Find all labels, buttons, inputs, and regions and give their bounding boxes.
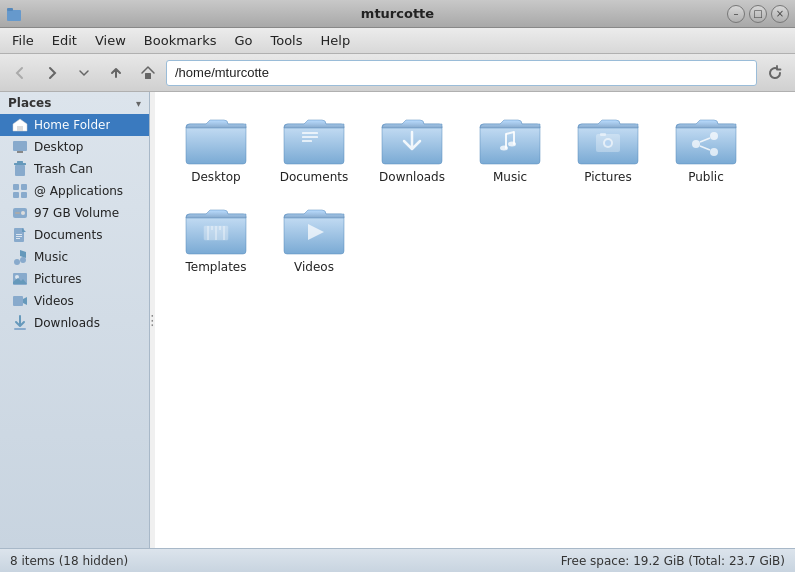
svg-rect-5 bbox=[17, 151, 23, 153]
svg-rect-28 bbox=[302, 132, 318, 134]
svg-point-21 bbox=[20, 257, 26, 263]
sidebar-item-documents[interactable]: Documents bbox=[0, 224, 149, 246]
sidebar-item-downloads[interactable]: Downloads bbox=[0, 312, 149, 334]
status-right: Free space: 19.2 GiB (Total: 23.7 GiB) bbox=[561, 554, 785, 568]
svg-rect-3 bbox=[17, 126, 23, 131]
file-documents[interactable]: Documents bbox=[269, 108, 359, 190]
home-folder-label: Home Folder bbox=[34, 118, 110, 132]
back-button[interactable] bbox=[6, 59, 34, 87]
sidebar-item-desktop[interactable]: Desktop bbox=[0, 136, 149, 158]
menu-help[interactable]: Help bbox=[313, 31, 359, 50]
svg-point-38 bbox=[605, 140, 611, 146]
sidebar-item-pictures[interactable]: Pictures bbox=[0, 268, 149, 290]
forward-button[interactable] bbox=[38, 59, 66, 87]
status-left: 8 items (18 hidden) bbox=[10, 554, 128, 568]
file-pictures-label: Pictures bbox=[584, 170, 632, 184]
sidebar-toggle[interactable]: ▾ bbox=[136, 98, 141, 109]
pictures-icon bbox=[12, 271, 28, 287]
location-input[interactable] bbox=[166, 60, 757, 86]
desktop-icon bbox=[12, 139, 28, 155]
menu-tools[interactable]: Tools bbox=[262, 31, 310, 50]
up-button[interactable] bbox=[102, 59, 130, 87]
videos-label: Videos bbox=[34, 294, 74, 308]
folder-music-icon bbox=[478, 114, 542, 166]
menu-file[interactable]: File bbox=[4, 31, 42, 50]
reload-icon bbox=[767, 65, 783, 81]
sidebar-item-trash[interactable]: Trash Can bbox=[0, 158, 149, 180]
close-button[interactable]: × bbox=[771, 5, 789, 23]
minimize-button[interactable]: – bbox=[727, 5, 745, 23]
svg-rect-40 bbox=[676, 124, 736, 164]
svg-rect-1 bbox=[7, 8, 13, 11]
sidebar-item-home-folder[interactable]: Home Folder bbox=[0, 114, 149, 136]
sidebar-item-applications[interactable]: @ Applications bbox=[0, 180, 149, 202]
places-label: Places bbox=[8, 96, 51, 110]
svg-rect-17 bbox=[16, 234, 22, 235]
main-area: Places ▾ Home Folder Desktop bbox=[0, 92, 795, 548]
applications-label: @ Applications bbox=[34, 184, 123, 198]
home-icon bbox=[140, 65, 156, 81]
svg-rect-19 bbox=[16, 238, 20, 239]
menu-edit[interactable]: Edit bbox=[44, 31, 85, 50]
file-downloads[interactable]: Downloads bbox=[367, 108, 457, 190]
svg-rect-25 bbox=[14, 328, 26, 330]
svg-rect-0 bbox=[7, 10, 21, 21]
music-label: Music bbox=[34, 250, 68, 264]
music-icon bbox=[12, 249, 28, 265]
file-pictures[interactable]: Pictures bbox=[563, 108, 653, 190]
downloads-label: Downloads bbox=[34, 316, 100, 330]
file-desktop[interactable]: Desktop bbox=[171, 108, 261, 190]
svg-rect-26 bbox=[186, 124, 246, 164]
file-downloads-label: Downloads bbox=[379, 170, 445, 184]
svg-point-42 bbox=[710, 132, 718, 140]
back-icon bbox=[12, 65, 28, 81]
file-desktop-label: Desktop bbox=[191, 170, 241, 184]
file-public[interactable]: Public bbox=[661, 108, 751, 190]
file-public-label: Public bbox=[688, 170, 724, 184]
window-title: mturcotte bbox=[361, 6, 434, 21]
folder-templates-icon bbox=[184, 204, 248, 256]
sidebar-header: Places ▾ bbox=[0, 92, 149, 114]
svg-rect-12 bbox=[21, 192, 27, 198]
trash-icon bbox=[12, 161, 28, 177]
menu-go[interactable]: Go bbox=[226, 31, 260, 50]
svg-point-23 bbox=[15, 275, 19, 279]
file-videos[interactable]: Videos bbox=[269, 198, 359, 280]
svg-point-33 bbox=[500, 146, 508, 151]
trash-label: Trash Can bbox=[34, 162, 93, 176]
file-templates[interactable]: Templates bbox=[171, 198, 261, 280]
svg-rect-30 bbox=[302, 140, 312, 142]
menubar: File Edit View Bookmarks Go Tools Help bbox=[0, 28, 795, 54]
97gb-label: 97 GB Volume bbox=[34, 206, 119, 220]
folder-public-icon bbox=[674, 114, 738, 166]
reload-button[interactable] bbox=[761, 59, 789, 87]
svg-point-14 bbox=[21, 211, 25, 215]
downloads-icon bbox=[12, 315, 28, 331]
documents-icon bbox=[12, 227, 28, 243]
svg-rect-10 bbox=[21, 184, 27, 190]
svg-point-43 bbox=[710, 148, 718, 156]
sidebar-item-music[interactable]: Music bbox=[0, 246, 149, 268]
sidebar-item-97gb[interactable]: 97 GB Volume bbox=[0, 202, 149, 224]
app-icon bbox=[6, 6, 22, 22]
svg-point-34 bbox=[508, 142, 516, 147]
file-documents-label: Documents bbox=[280, 170, 348, 184]
menu-bookmarks[interactable]: Bookmarks bbox=[136, 31, 225, 50]
file-music[interactable]: Music bbox=[465, 108, 555, 190]
dropdown-button[interactable] bbox=[70, 59, 98, 87]
applications-icon bbox=[12, 183, 28, 199]
maximize-button[interactable]: □ bbox=[749, 5, 767, 23]
folder-documents-icon bbox=[282, 114, 346, 166]
pictures-label: Pictures bbox=[34, 272, 82, 286]
sidebar-item-videos[interactable]: Videos bbox=[0, 290, 149, 312]
statusbar: 8 items (18 hidden) Free space: 19.2 GiB… bbox=[0, 548, 795, 572]
svg-rect-9 bbox=[13, 184, 19, 190]
folder-downloads-icon bbox=[380, 114, 444, 166]
svg-rect-15 bbox=[15, 212, 20, 214]
svg-rect-7 bbox=[14, 163, 26, 165]
menu-view[interactable]: View bbox=[87, 31, 134, 50]
svg-rect-11 bbox=[13, 192, 19, 198]
home-button[interactable] bbox=[134, 59, 162, 87]
drive-icon bbox=[12, 205, 28, 221]
folder-pictures-icon bbox=[576, 114, 640, 166]
